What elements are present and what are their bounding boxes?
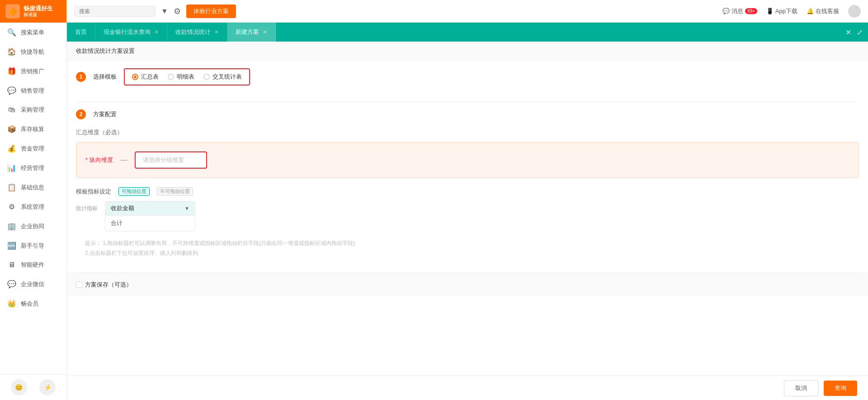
dimension-title: 汇总维度（必选）: [76, 128, 859, 136]
sidebar-label-search-menu: 搜索菜单: [21, 28, 44, 37]
sidebar-item-marketing[interactable]: 🎁 营销推广: [0, 61, 66, 81]
close-window-icon[interactable]: ✕: [845, 28, 851, 37]
sidebar-icon-sales: 💬: [7, 86, 16, 95]
sidebar-item-cooperation[interactable]: 🏢 企业协同: [0, 216, 66, 236]
immovable-badge-label: 不可拖动位置: [160, 188, 190, 194]
sidebar-logo: 🔶 畅捷通好生 标准版: [0, 0, 66, 23]
sidebar-bottom: 😊 ⚡: [0, 374, 66, 400]
radio-summary-label: 汇总表: [141, 73, 159, 81]
tab-label-new-plan: 新建方案: [236, 28, 259, 36]
radio-summary[interactable]: 汇总表: [132, 73, 159, 81]
radio-cross[interactable]: 交叉统计表: [203, 73, 242, 81]
save-checkbox[interactable]: [76, 282, 82, 288]
sidebar-icon-search-menu: 🔍: [7, 28, 16, 37]
step1-row: 1 选择模板 汇总表 明细表: [76, 68, 859, 85]
tab-label-home: 首页: [75, 28, 87, 36]
sidebar-icon-finance: 💰: [7, 144, 16, 153]
sidebar-label-system: 系统管理: [21, 203, 44, 211]
sidebar-items-list: 🔍 搜索菜单 🏠 快捷导航 🎁 营销推广 💬 销售管理 🛍 采购管理 📦 库存核…: [0, 23, 66, 313]
query-button[interactable]: 查询: [824, 381, 857, 396]
vertical-dimension-label: * 纵向维度: [85, 156, 113, 164]
search-input[interactable]: [74, 6, 156, 17]
sidebar-item-wechat[interactable]: 💬 企业微信: [0, 274, 66, 294]
radio-detail-label: 明细表: [177, 73, 194, 81]
sidebar-item-hardware[interactable]: 🖥 智能硬件: [0, 255, 66, 274]
logo-sub-text: 标准版: [24, 12, 53, 18]
sidebar-item-operations[interactable]: 📊 经营管理: [0, 158, 66, 178]
sidebar-label-guide: 新手引导: [21, 242, 44, 250]
movable-badge: 可拖动位置: [118, 187, 150, 196]
step2-badge: 2: [76, 109, 86, 119]
save-section: 方案保存（可选）: [67, 273, 868, 296]
dimension-row: * 纵向维度 — 请选择分组维度: [85, 151, 849, 169]
sidebar-item-inventory[interactable]: 📦 库存核算: [0, 119, 66, 139]
tab-new-plan[interactable]: 新建方案✕: [227, 23, 276, 42]
metrics-table: 收款金额 ▼ 合计: [105, 201, 195, 231]
settings-icon[interactable]: ⚙: [174, 6, 181, 16]
dimension-select[interactable]: 请选择分组维度: [135, 151, 207, 169]
message-badge: 99+: [745, 8, 757, 14]
stats-label-col: 统计指标: [76, 201, 98, 216]
step1-label: 选择模板: [93, 73, 117, 81]
sidebar-icon-quick-nav: 🏠: [7, 47, 16, 56]
sidebar-item-member[interactable]: 👑 畅会员: [0, 294, 66, 313]
sidebar-item-guide[interactable]: 🆕 新手引导: [0, 236, 66, 255]
sidebar-item-base-info[interactable]: 📋 基础信息: [0, 178, 66, 197]
radio-cross-label: 交叉统计表: [212, 73, 242, 81]
app-download-btn[interactable]: 📱 App下载: [766, 7, 797, 15]
save-checkbox-label[interactable]: 方案保存（可选）: [76, 281, 132, 289]
user-avatar[interactable]: [848, 5, 861, 18]
sidebar-item-finance[interactable]: 💰 资金管理: [0, 139, 66, 158]
sidebar-item-sales[interactable]: 💬 销售管理: [0, 81, 66, 100]
sidebar-icon-guide: 🆕: [7, 241, 16, 250]
tab-close-bank-flow[interactable]: ✕: [154, 29, 159, 35]
sidebar-icon-base-info: 📋: [7, 183, 16, 192]
metrics-table-header[interactable]: 收款金额 ▼: [105, 202, 195, 216]
sidebar-icon-hardware: 🖥: [7, 261, 16, 269]
sidebar-label-finance: 资金管理: [21, 145, 44, 153]
sidebar-icon-cooperation: 🏢: [7, 222, 16, 231]
sidebar-item-purchase[interactable]: 🛍 采购管理: [0, 100, 66, 119]
column-dropdown-icon[interactable]: ▼: [184, 206, 189, 211]
sidebar-label-purchase: 采购管理: [21, 106, 44, 114]
tab-close-new-plan[interactable]: ✕: [263, 29, 267, 35]
tab-home[interactable]: 首页: [67, 23, 95, 42]
immovable-badge: 不可拖动位置: [157, 187, 193, 196]
trial-button[interactable]: 体验行业方案: [186, 5, 236, 18]
sidebar-icon-purchase: 🛍: [7, 106, 16, 114]
sidebar-label-quick-nav: 快捷导航: [21, 48, 44, 56]
sidebar-label-member: 畅会员: [21, 300, 38, 308]
sidebar-label-cooperation: 企业协同: [21, 222, 44, 231]
online-service-btn[interactable]: 🔔 在线客服: [807, 7, 839, 15]
sidebar-item-quick-nav[interactable]: 🏠 快捷导航: [0, 42, 66, 61]
tab-close-collection-stats[interactable]: ✕: [214, 29, 219, 35]
page-title-bar: 收款情况统计方案设置: [67, 42, 868, 61]
sidebar-item-system[interactable]: ⚙ 系统管理: [0, 197, 66, 216]
movable-badge-label: 可拖动位置: [122, 188, 146, 194]
sidebar-label-inventory: 库存核算: [21, 125, 44, 133]
stats-column-label: 统计指标: [76, 201, 98, 216]
online-service-label: 在线客服: [816, 7, 839, 15]
service-icon: 🔔: [807, 8, 814, 14]
message-label: 消息: [731, 7, 743, 15]
sidebar-label-base-info: 基础信息: [21, 184, 44, 192]
dropdown-icon[interactable]: ▼: [161, 7, 168, 15]
radio-detail[interactable]: 明细表: [168, 73, 194, 81]
page-title: 收款情况统计方案设置: [76, 47, 135, 54]
sidebar-bottom-btn-right[interactable]: ⚡: [39, 379, 56, 395]
cancel-button[interactable]: 取消: [784, 380, 818, 396]
step2-header-row: 2 方案配置: [76, 109, 859, 119]
sidebar-icon-operations: 📊: [7, 164, 16, 172]
message-btn[interactable]: 💬 消息 99+: [722, 7, 757, 15]
hint-line-2: 2.点击标题栏下拉可设置排序、插入列和删除列: [85, 249, 850, 259]
tab-bank-flow[interactable]: 现金银行流水查询✕: [95, 23, 167, 42]
sidebar-bottom-btn-left[interactable]: 😊: [11, 379, 27, 395]
main-content: ▼ ⚙ 体验行业方案 💬 消息 99+ 📱 App下载 🔔 在线客服 首页现金银…: [67, 0, 868, 400]
tab-collection-stats[interactable]: 收款情况统计✕: [167, 23, 227, 42]
sidebar-label-sales: 销售管理: [21, 87, 44, 95]
maximize-icon[interactable]: ⤢: [857, 28, 863, 37]
sidebar-item-search-menu[interactable]: 🔍 搜索菜单: [0, 23, 66, 42]
step1-badge: 1: [76, 72, 86, 82]
dimension-select-placeholder: 请选择分组维度: [143, 156, 184, 163]
radio-circle-detail: [168, 74, 174, 80]
